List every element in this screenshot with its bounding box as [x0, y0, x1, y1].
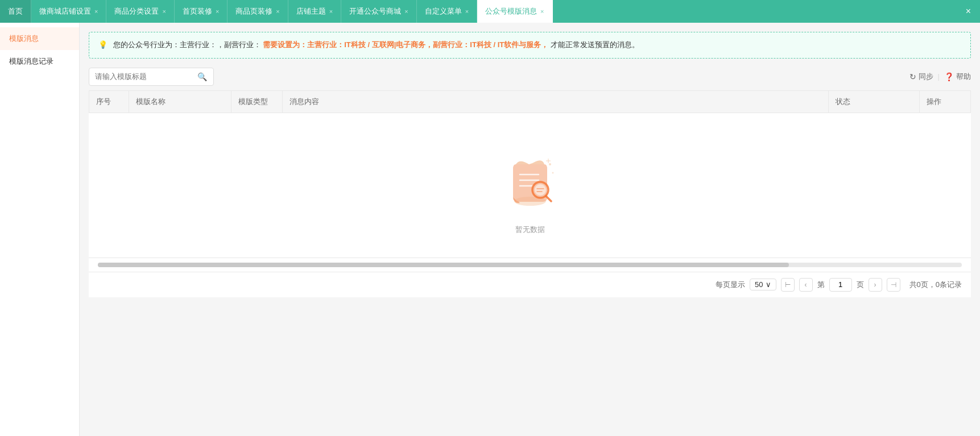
- col-header-status: 状态: [829, 90, 920, 113]
- toolbar-right: ↻ 同步 | ❓ 帮助: [909, 72, 971, 82]
- nav-tab-label: 公众号模版消息: [485, 6, 537, 16]
- nav-tab-shop-settings[interactable]: 微商城店铺设置×: [31, 0, 106, 23]
- page-label: 第: [817, 280, 825, 290]
- sidebar: 模版消息模版消息记录: [0, 23, 80, 436]
- col-header-name: 模版名称: [129, 90, 231, 113]
- empty-state: 暂无数据: [89, 113, 971, 258]
- nav-tab-label: 自定义菜单: [425, 6, 462, 16]
- empty-illustration: [496, 147, 564, 215]
- help-label: 帮助: [956, 72, 971, 82]
- scroll-track[interactable]: [98, 263, 962, 267]
- nav-tab-label: 首页装修: [183, 6, 212, 16]
- svg-point-10: [552, 172, 553, 173]
- col-header-index: 序号: [89, 90, 129, 113]
- sidebar-item-template-msg-log[interactable]: 模版消息记录: [0, 50, 79, 73]
- total-info: 共0页，0条记录: [909, 280, 962, 290]
- pagination: 每页显示 50 ∨ ⊢ ‹ 第 页 › ⊣ 共0页，0条记录: [89, 272, 971, 297]
- page-unit: 页: [857, 280, 864, 290]
- global-close-button[interactable]: ×: [957, 6, 980, 16]
- nav-tab-label: 商品页装修: [235, 6, 272, 16]
- search-box[interactable]: 🔍: [89, 68, 214, 86]
- page-size-label: 每页显示: [716, 280, 745, 290]
- nav-tab-label: 首页: [8, 6, 23, 16]
- nav-tab-close[interactable]: ×: [404, 8, 408, 15]
- notice-box: 💡 您的公众号行业为：主营行业：，副营行业： 需要设置为：主营行业：IT科技 /…: [89, 32, 971, 59]
- nav-tab-custom-menu[interactable]: 自定义菜单×: [417, 0, 477, 23]
- svg-point-5: [535, 184, 546, 196]
- search-icon[interactable]: 🔍: [197, 72, 207, 81]
- page-size-select[interactable]: 50 ∨: [750, 279, 776, 290]
- nav-tab-close[interactable]: ×: [216, 8, 219, 15]
- nav-tab-close[interactable]: ×: [329, 8, 333, 15]
- empty-text: 暂无数据: [515, 225, 545, 235]
- nav-tab-label: 店铺主题: [296, 6, 326, 16]
- nav-tab-home[interactable]: 首页: [0, 0, 31, 23]
- nav-tab-product-deco[interactable]: 商品页装修×: [228, 0, 288, 23]
- toolbar: 🔍 ↻ 同步 | ❓ 帮助: [89, 68, 971, 86]
- empty-svg: [496, 147, 564, 215]
- page-size-dropdown-icon: ∨: [766, 280, 771, 289]
- data-table: 序号 模版名称 模版类型 消息内容 状态 操作: [89, 90, 971, 113]
- nav-tab-homepage-deco[interactable]: 首页装修×: [175, 0, 228, 23]
- col-header-type: 模版类型: [231, 90, 283, 113]
- nav-tab-open-mall[interactable]: 开通公众号商城×: [341, 0, 416, 23]
- sidebar-item-template-msg[interactable]: 模版消息: [0, 27, 79, 50]
- notice-icon: 💡: [98, 40, 107, 49]
- nav-tab-label: 商品分类设置: [114, 6, 159, 16]
- nav-tab-template-msg[interactable]: 公众号模版消息×: [477, 0, 552, 23]
- scroll-thumb[interactable]: [98, 263, 789, 267]
- scroll-track-container: [89, 258, 971, 272]
- page-size-value: 50: [755, 280, 763, 289]
- notice-suffix: 才能正常发送预置的消息。: [551, 40, 639, 49]
- last-page-button[interactable]: ⊣: [887, 278, 900, 292]
- nav-tab-label: 微商城店铺设置: [39, 6, 91, 16]
- nav-tab-close[interactable]: ×: [465, 8, 469, 15]
- first-page-button[interactable]: ⊢: [781, 278, 795, 292]
- notice-prefix: 您的公众号行业为：主营行业：，副营行业：: [113, 40, 261, 49]
- svg-point-9: [549, 163, 551, 165]
- content-area: 💡 您的公众号行业为：主营行业：，副营行业： 需要设置为：主营行业：IT科技 /…: [80, 23, 980, 436]
- nav-tab-close[interactable]: ×: [276, 8, 279, 15]
- nav-tab-store-theme[interactable]: 店铺主题×: [288, 0, 341, 23]
- sync-button[interactable]: ↻ 同步: [909, 72, 933, 82]
- sync-icon: ↻: [909, 72, 916, 81]
- nav-tab-close[interactable]: ×: [540, 8, 544, 15]
- nav-tab-close[interactable]: ×: [94, 8, 98, 15]
- table-header-row: 序号 模版名称 模版类型 消息内容 状态 操作: [89, 90, 971, 113]
- prev-page-button[interactable]: ‹: [799, 278, 813, 292]
- page-input[interactable]: [829, 278, 852, 292]
- help-icon: ❓: [944, 72, 954, 81]
- help-button[interactable]: ❓ 帮助: [944, 72, 971, 82]
- col-header-content: 消息内容: [283, 90, 829, 113]
- search-input[interactable]: [95, 72, 197, 81]
- divider: |: [938, 72, 940, 81]
- nav-tab-label: 开通公众号商城: [349, 6, 401, 16]
- main-layout: 模版消息模版消息记录 💡 您的公众号行业为：主营行业：，副营行业： 需要设置为：…: [0, 23, 980, 436]
- sync-label: 同步: [919, 72, 933, 82]
- next-page-button[interactable]: ›: [869, 278, 882, 292]
- notice-highlight: 需要设置为：主营行业：IT科技 / 互联网|电子商务，副营行业：IT科技 / I…: [263, 40, 548, 49]
- nav-tab-category-settings[interactable]: 商品分类设置×: [106, 0, 174, 23]
- col-header-action: 操作: [920, 90, 971, 113]
- nav-tab-close[interactable]: ×: [162, 8, 166, 15]
- top-nav: 首页微商城店铺设置×商品分类设置×首页装修×商品页装修×店铺主题×开通公众号商城…: [0, 0, 980, 23]
